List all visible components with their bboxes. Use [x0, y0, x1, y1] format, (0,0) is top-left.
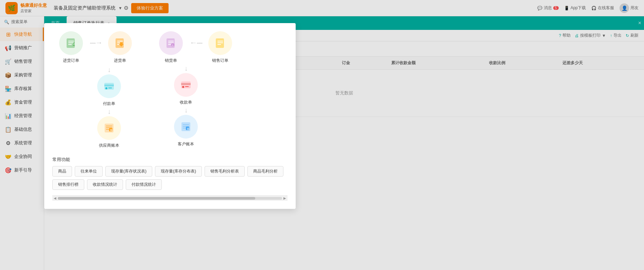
svg-point-10	[105, 87, 107, 89]
customer-circle[interactable]: 账	[174, 115, 198, 139]
scroll-left-arrow[interactable]: ◀	[54, 196, 56, 200]
sales-order-node: 销售订单	[208, 31, 232, 64]
sales-bill-label: 销货单	[165, 58, 177, 64]
purchase-order-circle[interactable]	[59, 31, 83, 55]
func-btn-商品毛利分析[interactable]: 商品毛利分析	[247, 166, 283, 177]
purchase-bill-circle[interactable]	[108, 31, 132, 55]
svg-rect-9	[104, 85, 114, 86]
func-buttons: 商品往来单位现存量(库存状况表)现存量(库存分布表)销售毛利分析表商品毛利分析销…	[52, 166, 288, 190]
common-functions: 常用功能 商品往来单位现存量(库存状况表)现存量(库存分布表)销售毛利分析表商品…	[52, 157, 288, 190]
svg-text:账: 账	[110, 129, 113, 132]
receipt-bill-node[interactable]: 收款单	[174, 73, 198, 105]
svg-point-30	[182, 86, 184, 88]
flow-diagram: 进货订单 - - - → 进货单 ↓	[52, 31, 288, 148]
purchase-bill-label: 进货单	[114, 58, 126, 64]
quick-nav-modal: 进货订单 - - - → 进货单 ↓	[44, 23, 296, 209]
sales-order-circle[interactable]	[208, 31, 232, 55]
arrow-down-payment: ↓	[107, 108, 111, 115]
scroll-track[interactable]	[58, 197, 282, 200]
func-btn-收款情况统计[interactable]: 收款情况统计	[87, 179, 123, 190]
sales-bill-circle[interactable]: S	[159, 31, 183, 55]
sales-bill-node: S 销货单	[159, 31, 183, 64]
scroll-right-arrow[interactable]: ▶	[283, 196, 286, 200]
svg-text:账: 账	[187, 127, 190, 130]
arrow-down-purchase: ↓	[107, 66, 111, 73]
func-btn-付款情况统计[interactable]: 付款情况统计	[126, 179, 162, 190]
sales-flow-col: S 销货单 ← - - - 销售订单 ↓	[152, 31, 239, 147]
svg-text:S: S	[172, 44, 173, 47]
arrow-down-sales-bill: ↓	[184, 65, 188, 72]
sales-top-row: S 销货单 ← - - - 销售订单	[152, 31, 239, 64]
func-btn-销售排行榜[interactable]: 销售排行榜	[52, 179, 84, 190]
sales-order-label: 销售订单	[212, 58, 228, 64]
payment-bill-label: 付款单	[103, 101, 115, 107]
func-btn-销售毛利分析表[interactable]: 销售毛利分析表	[205, 166, 245, 177]
receipt-bill-label: 收款单	[180, 100, 192, 105]
svg-rect-29	[181, 83, 191, 85]
common-functions-title: 常用功能	[52, 157, 288, 163]
purchase-flow-col: 进货订单 - - - → 进货单 ↓	[52, 31, 139, 148]
purchase-order-node: 进货订单	[59, 31, 83, 64]
func-btn-商品[interactable]: 商品	[52, 166, 72, 177]
payment-bill-node[interactable]: 付款单	[97, 74, 121, 107]
func-btn-现存量(库存状况表)[interactable]: 现存量(库存状况表)	[105, 166, 152, 177]
customer-account-label: 客户账本	[178, 141, 194, 147]
payment-bill-circle[interactable]	[97, 74, 121, 98]
scroll-bar-area: ◀ ▶	[52, 195, 288, 201]
func-btn-现存量(库存分布表)[interactable]: 现存量(库存分布表)	[155, 166, 202, 177]
func-btn-往来单位[interactable]: 往来单位	[75, 166, 103, 177]
supplier-circle[interactable]: 账	[97, 116, 121, 140]
arrow-purchase: - - - →	[90, 38, 101, 57]
arrow-down-receipt: ↓	[184, 107, 188, 113]
receipt-bill-circle[interactable]	[174, 73, 198, 97]
purchase-top-row: 进货订单 - - - → 进货单	[52, 31, 139, 64]
arrow-sales: ← - - -	[190, 38, 201, 57]
purchase-order-label: 进货订单	[63, 58, 79, 64]
supplier-account-label: 供应商账本	[99, 143, 119, 148]
customer-account-node[interactable]: 账 客户账本	[174, 115, 198, 147]
purchase-bill-node: 进货单	[108, 31, 132, 64]
supplier-account-node[interactable]: 账 供应商账本	[97, 116, 121, 148]
